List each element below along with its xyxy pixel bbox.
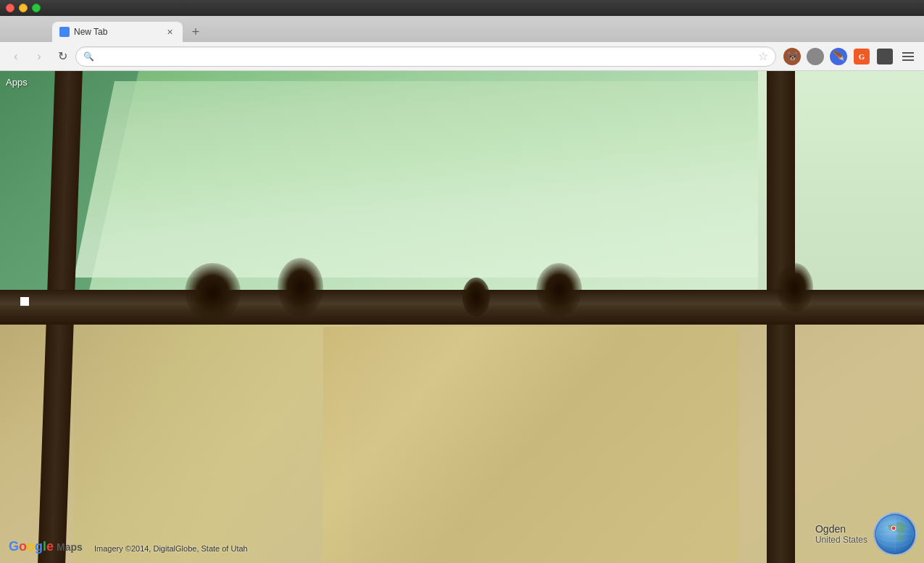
- bookmark-star-icon[interactable]: ☆: [758, 49, 768, 63]
- forward-button[interactable]: ›: [29, 46, 49, 67]
- maps-label: Maps: [57, 541, 83, 553]
- forward-icon: ›: [37, 50, 41, 63]
- traffic-lights: [6, 4, 41, 12]
- titlebar: [0, 0, 924, 16]
- location-country: United States: [815, 535, 867, 545]
- back-icon: ‹: [14, 50, 17, 63]
- map-indicator: [20, 297, 29, 306]
- hamburger-icon: [902, 52, 914, 61]
- active-tab[interactable]: New Tab ✕: [52, 22, 183, 42]
- grid-button[interactable]: [875, 46, 895, 67]
- grammarly-button[interactable]: G: [852, 46, 872, 67]
- new-tab-button[interactable]: +: [186, 23, 206, 41]
- menu-button[interactable]: [898, 46, 918, 67]
- address-bar[interactable]: 🔍 ☆: [75, 46, 776, 67]
- minimize-button[interactable]: [19, 4, 28, 12]
- location-widget: Ogden United States: [815, 512, 917, 556]
- user-avatar-button[interactable]: 🐻: [782, 46, 802, 67]
- tab-close-button[interactable]: ✕: [164, 26, 175, 38]
- svg-point-5: [891, 526, 896, 530]
- attribution-text: Imagery ©2014, DigitalGlobe, State of Ut…: [94, 544, 248, 553]
- reload-icon: ↻: [58, 49, 67, 63]
- maximize-button[interactable]: [32, 4, 41, 12]
- google-logo: Google: [9, 539, 54, 554]
- tab-favicon: [59, 27, 70, 37]
- google-maps-brand: Google Maps: [9, 539, 83, 554]
- apps-link[interactable]: Apps: [6, 77, 28, 88]
- address-input[interactable]: [99, 51, 754, 62]
- reload-button[interactable]: ↻: [52, 46, 72, 67]
- map-container[interactable]: Apps Google Maps Imagery ©2014, DigitalG…: [0, 71, 924, 563]
- globe-icon: [873, 512, 917, 556]
- circle-gray-icon: [807, 48, 824, 65]
- user-avatar-icon: 🐻: [783, 48, 801, 65]
- circle-icon-button[interactable]: [805, 46, 825, 67]
- feather-icon: 🪶: [830, 48, 847, 65]
- navbar: ‹ › ↻ 🔍 ☆ 🐻 🪶 G: [0, 42, 924, 71]
- tab-title: New Tab: [74, 27, 159, 37]
- close-button[interactable]: [6, 4, 14, 12]
- back-button[interactable]: ‹: [6, 46, 26, 67]
- search-icon: 🔍: [83, 51, 94, 62]
- toolbar-icons: 🐻 🪶 G: [782, 46, 918, 67]
- satellite-map: Apps Google Maps Imagery ©2014, DigitalG…: [0, 71, 924, 563]
- location-city: Ogden: [815, 523, 867, 535]
- feather-button[interactable]: 🪶: [828, 46, 849, 67]
- grid-icon: [877, 49, 893, 64]
- tabbar: New Tab ✕ +: [0, 16, 924, 42]
- grammarly-icon: G: [854, 49, 870, 64]
